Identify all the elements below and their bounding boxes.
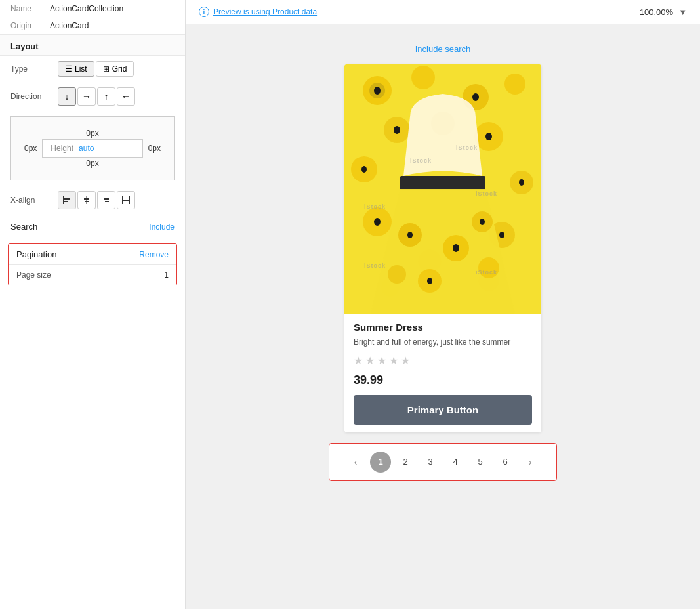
pagination-page-5-button[interactable]: 5 [470,452,491,472]
direction-label: Direction [10,92,52,101]
svg-point-15 [411,66,435,89]
type-grid-button[interactable]: ⊞ Grid [96,61,134,77]
include-link[interactable]: Include [149,222,175,232]
direction-row: Direction ↓ → ↑ ← [0,82,185,111]
page-size-label: Page size [16,270,51,280]
pagination-prev-button[interactable]: ‹ [345,452,366,472]
name-value: ActionCardCollection [50,4,123,13]
layout-section-header: Layout [0,34,185,56]
type-button-group: ☰ List ⊞ Grid [58,61,134,77]
top-spacing-value[interactable]: 0px [22,127,163,139]
product-description: Bright and full of energy, just like the… [354,337,532,348]
svg-point-30 [394,126,400,134]
svg-point-32 [361,166,367,173]
page-size-row: Page size 1 [9,265,176,285]
star-2: ★ [365,354,375,367]
zoom-control: 100.00% ▼ [640,7,687,17]
pagination-box: Pagination Remove Page size 1 [8,243,177,285]
star-rating: ★ ★ ★ ★ ★ [354,354,532,367]
svg-text:iStock: iStock [364,262,386,269]
pagination-next-button[interactable]: › [520,452,541,472]
left-panel: Name ActionCardCollection Origin ActionC… [0,0,186,609]
bottom-spacing-value[interactable]: 0px [22,158,163,169]
right-spacing-value[interactable]: 0px [146,144,163,153]
search-row: Search Include [0,215,185,238]
preview-header: i Preview is using Product data 100.00% … [186,0,700,24]
name-row: Name ActionCardCollection [0,0,185,17]
svg-text:iStock: iStock [364,203,386,210]
direction-right-button[interactable]: → [77,87,96,106]
pagination-title: Pagination [16,249,56,259]
svg-rect-2 [64,201,68,202]
include-search-label[interactable]: Include search [415,44,471,54]
page-size-value[interactable]: 1 [164,270,169,280]
remove-link[interactable]: Remove [139,250,169,259]
svg-rect-0 [63,196,64,204]
direction-button-group: ↓ → ↑ ← [58,87,135,106]
star-5: ★ [401,354,410,367]
svg-text:iStock: iStock [456,144,478,151]
type-row: Type ☰ List ⊞ Grid [0,56,185,82]
left-spacing-value[interactable]: 0px [22,144,39,153]
direction-left-button[interactable]: ← [117,87,135,106]
svg-point-38 [407,232,413,238]
right-panel: i Preview is using Product data 100.00% … [186,0,700,609]
xalign-center-button[interactable] [77,191,96,209]
pagination-page-6-button[interactable]: 6 [495,452,516,472]
origin-label: Origin [10,21,42,30]
svg-point-35 [499,232,504,238]
origin-row: Origin ActionCard [0,17,185,34]
product-card: iStock iStock iStock iStock iStock iStoc… [344,64,541,432]
pagination-page-1-button[interactable]: 1 [370,452,391,472]
height-label: Height [51,144,73,153]
search-label: Search [10,222,37,232]
star-4: ★ [389,354,398,367]
svg-rect-8 [105,201,109,202]
name-label: Name [10,4,42,13]
svg-text:iStock: iStock [476,269,497,276]
xalign-right-button[interactable] [97,191,115,209]
origin-value: ActionCard [50,21,89,30]
info-icon: i [199,7,209,17]
inner-spacing-box: Height auto [42,139,142,158]
direction-down-button[interactable]: ↓ [58,87,76,106]
pagination-header: Pagination Remove [9,244,176,265]
svg-point-29 [472,93,479,101]
pagination-page-2-button[interactable]: 2 [395,452,416,472]
svg-rect-7 [104,198,109,200]
card-body: Summer Dress Bright and full of energy, … [344,314,541,432]
svg-point-42 [480,219,485,225]
svg-rect-5 [85,201,89,202]
pagination-page-4-button[interactable]: 4 [445,452,466,472]
star-1: ★ [354,354,363,367]
svg-rect-36 [400,176,485,190]
xalign-stretch-button[interactable] [117,191,135,209]
preview-info: i Preview is using Product data [199,7,317,17]
svg-point-28 [374,87,381,94]
outer-spacing-box: 0px 0px Height auto 0px 0px [10,116,175,180]
product-price: 39.99 [354,373,532,387]
svg-point-44 [427,278,432,284]
product-image: iStock iStock iStock iStock iStock iStoc… [344,64,541,314]
svg-text:iStock: iStock [410,158,432,164]
spacing-box: 0px 0px Height auto 0px 0px [10,116,175,180]
direction-up-button[interactable]: ↑ [97,87,115,106]
svg-point-40 [453,244,459,252]
svg-rect-6 [110,196,110,204]
pagination-page-3-button[interactable]: 3 [420,452,441,472]
preview-text[interactable]: Preview is using Product data [213,7,317,16]
zoom-dropdown-arrow[interactable]: ▼ [678,7,687,17]
svg-rect-3 [87,196,87,204]
xalign-left-button[interactable] [58,191,76,209]
svg-rect-10 [129,196,130,204]
svg-rect-9 [122,196,123,204]
primary-button[interactable]: Primary Button [354,395,532,425]
svg-point-17 [504,74,525,94]
height-value[interactable]: auto [79,144,94,153]
svg-text:iStock: iStock [476,190,497,197]
zoom-label: 100.00% [640,7,673,17]
svg-rect-1 [64,198,70,200]
grid-icon: ⊞ [103,64,110,74]
type-list-button[interactable]: ☰ List [58,61,94,77]
xalign-row: X-align [0,186,185,215]
